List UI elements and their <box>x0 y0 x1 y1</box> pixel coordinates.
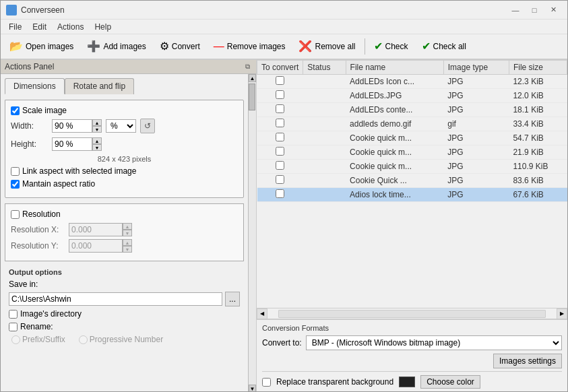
scroll-thumb[interactable] <box>249 84 255 110</box>
convert-button[interactable]: ⚙ Convert <box>154 36 206 57</box>
row-checkbox[interactable] <box>276 133 284 141</box>
row-checkbox[interactable] <box>276 76 284 85</box>
height-spin-up[interactable]: ▲ <box>92 137 102 144</box>
open-images-icon: 📂 <box>9 41 23 52</box>
table-row-selected[interactable]: Adios lock time... JPG 67.6 KiB <box>257 188 567 202</box>
table-row[interactable]: AddLEDs Icon c... JPG 12.3 KiB <box>257 75 567 89</box>
images-directory-checkbox[interactable] <box>9 310 18 319</box>
unit-select[interactable]: % px cm mm <box>106 119 136 133</box>
scroll-down-arrow[interactable]: ▼ <box>249 385 256 392</box>
add-images-button[interactable]: ➕ Add images <box>81 36 152 57</box>
row-filename: addleds demo.gif <box>346 117 443 131</box>
panel-header: Actions Panel ⧉ <box>1 60 256 74</box>
choose-color-button[interactable]: Choose color <box>420 375 480 389</box>
file-table-container[interactable]: To convert Status File name Image type F… <box>257 60 567 308</box>
row-checkbox[interactable] <box>276 90 284 99</box>
table-row[interactable]: Cookie quick m... JPG 21.9 KiB <box>257 145 567 160</box>
progressive-radio[interactable] <box>79 335 88 344</box>
row-filename: Cookie quick m... <box>346 160 443 174</box>
prefix-suffix-option[interactable]: Prefix/Suffix <box>11 335 65 344</box>
height-spin-buttons: ▲ ▼ <box>92 137 102 151</box>
panel-maximize-button[interactable]: ⧉ <box>243 62 252 71</box>
remove-images-button[interactable]: — Remove images <box>208 36 292 57</box>
refresh-button[interactable]: ↺ <box>140 119 155 133</box>
images-settings-button[interactable]: Images settings <box>493 354 562 368</box>
panel-title: Actions Panel <box>5 62 54 71</box>
width-spin-up[interactable]: ▲ <box>92 119 102 126</box>
table-row[interactable]: Cookie Quick ... JPG 83.6 KiB <box>257 174 567 188</box>
resolution-y-down[interactable]: ▼ <box>123 246 132 253</box>
row-status <box>303 131 346 145</box>
resolution-x-down[interactable]: ▼ <box>123 230 132 236</box>
row-imagetype: JPG <box>443 160 509 174</box>
tab-dimensions[interactable]: Dimensions <box>5 78 65 94</box>
table-row[interactable]: AddLEDs.JPG JPG 12.0 KiB <box>257 89 567 103</box>
row-imagetype: JPG <box>443 145 509 160</box>
minimize-button[interactable]: — <box>507 3 524 17</box>
row-status <box>303 75 346 89</box>
width-input[interactable] <box>52 119 92 133</box>
remove-all-label: Remove all <box>315 42 355 51</box>
height-label: Height: <box>11 139 48 149</box>
dimensions-panel: Scale image Width: ▲ ▼ % <box>5 100 244 198</box>
horizontal-scrollbar[interactable]: ◀ ▶ <box>257 308 567 319</box>
row-status <box>303 103 346 117</box>
convert-to-label: Convert to: <box>262 338 302 348</box>
color-box[interactable] <box>399 377 415 387</box>
resolution-y-up[interactable]: ▲ <box>123 239 132 246</box>
scroll-left-arrow[interactable]: ◀ <box>257 308 267 319</box>
resolution-x-input[interactable] <box>69 223 123 236</box>
format-select[interactable]: BMP - (Microsoft Windows bitmap image) J… <box>306 335 562 350</box>
resolution-checkbox[interactable] <box>11 210 20 219</box>
hscroll-track[interactable] <box>278 310 546 318</box>
row-checkbox[interactable] <box>276 161 284 170</box>
maximize-button[interactable]: □ <box>526 3 543 17</box>
row-checkbox[interactable] <box>276 104 284 113</box>
open-images-button[interactable]: 📂 Open images <box>3 36 80 57</box>
height-input[interactable] <box>52 137 92 151</box>
rename-checkbox[interactable] <box>9 323 18 331</box>
menu-file[interactable]: File <box>3 21 27 33</box>
scroll-track <box>249 82 256 385</box>
browse-button[interactable]: ... <box>225 292 240 306</box>
scale-image-checkbox[interactable] <box>11 106 20 115</box>
prefix-suffix-radio[interactable] <box>11 335 20 344</box>
maintain-aspect-checkbox[interactable] <box>11 180 20 189</box>
save-in-input[interactable] <box>9 292 222 306</box>
resolution-x-row: Resolution X: ▲ ▼ <box>11 223 238 236</box>
row-checkbox[interactable] <box>276 119 284 127</box>
progressive-number-option[interactable]: Progressive Number <box>79 335 163 344</box>
panel-scrollbar[interactable]: ▲ ▼ <box>248 74 256 392</box>
resolution-y-input[interactable] <box>69 239 123 253</box>
row-filename: AddLEDs conte... <box>346 103 443 117</box>
row-checkbox[interactable] <box>276 189 284 198</box>
height-spin-down[interactable]: ▼ <box>92 144 102 151</box>
row-checkbox[interactable] <box>276 175 284 184</box>
resolution-y-label: Resolution Y: <box>11 241 65 251</box>
scroll-up-arrow[interactable]: ▲ <box>249 74 256 82</box>
menu-actions[interactable]: Actions <box>52 21 89 33</box>
remove-all-button[interactable]: ❌ Remove all <box>292 36 361 57</box>
table-row[interactable]: AddLEDs conte... JPG 18.1 KiB <box>257 103 567 117</box>
menu-help[interactable]: Help <box>89 21 117 33</box>
scroll-right-arrow[interactable]: ▶ <box>557 308 567 319</box>
replace-transparent-checkbox[interactable] <box>262 378 271 387</box>
resolution-x-up[interactable]: ▲ <box>123 223 132 230</box>
col-status: Status <box>303 61 346 75</box>
col-filename: File name <box>346 61 443 75</box>
row-checkbox[interactable] <box>276 147 284 156</box>
table-row[interactable]: Cookie quick m... JPG 54.7 KiB <box>257 131 567 145</box>
close-button[interactable]: ✕ <box>544 3 562 17</box>
check-all-button[interactable]: ✔ Check all <box>416 36 472 57</box>
menu-edit[interactable]: Edit <box>27 21 52 33</box>
check-button[interactable]: ✔ Check <box>368 36 414 57</box>
link-aspect-checkbox[interactable] <box>11 167 20 176</box>
tab-rotate-flip[interactable]: Rotate and flip <box>65 78 134 94</box>
table-row[interactable]: Cookie quick m... JPG 110.9 KiB <box>257 160 567 174</box>
save-in-label: Save in: <box>9 280 38 289</box>
resolution-x-spin: ▲ ▼ <box>123 223 132 236</box>
pixels-display: 824 x 423 pixels <box>11 155 238 163</box>
width-spin-down[interactable]: ▼ <box>92 126 102 133</box>
table-row[interactable]: addleds demo.gif gif 33.4 KiB <box>257 117 567 131</box>
remove-images-label: Remove images <box>227 42 286 51</box>
